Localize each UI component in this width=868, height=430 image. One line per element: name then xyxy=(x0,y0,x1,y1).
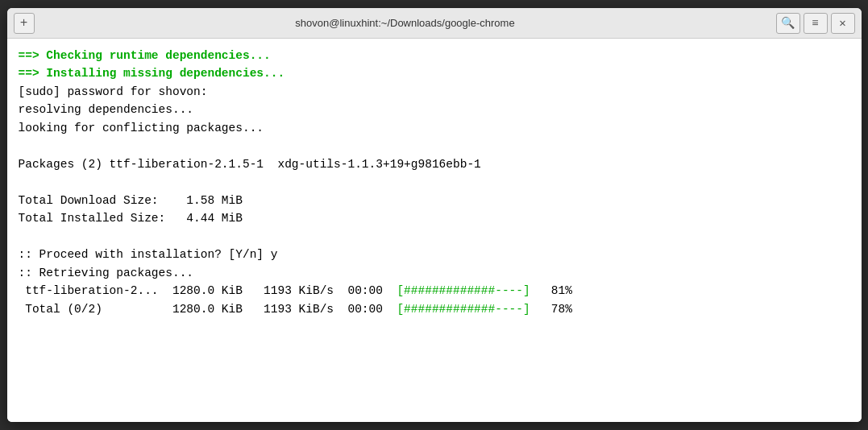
line-7: Total Download Size: 1.58 MiB xyxy=(19,192,850,209)
progress-bar-2: [#############----] xyxy=(397,303,530,316)
arrow-2: ==> xyxy=(19,67,47,80)
line-10: :: Retrieving packages... xyxy=(19,264,850,282)
line-5: looking for conflicting packages... xyxy=(19,119,850,137)
line-9: :: Proceed with installation? [Y/n] y xyxy=(19,246,850,263)
line-3: [sudo] password for shovon: xyxy=(19,83,850,101)
titlebar-right: 🔍 ≡ ✕ xyxy=(776,13,855,34)
empty-1 xyxy=(19,137,850,155)
line-11: ttf-liberation-2... 1280.0 KiB 1193 KiB/… xyxy=(19,282,850,300)
empty-2 xyxy=(19,173,850,191)
line-12: Total (0/2) 1280.0 KiB 1193 KiB/s 00:00 … xyxy=(19,300,850,318)
search-icon: 🔍 xyxy=(781,16,795,30)
line-2: ==> Installing missing dependencies... xyxy=(19,64,850,82)
arrow-1: ==> xyxy=(19,49,47,62)
line-1: ==> Checking runtime dependencies... xyxy=(19,47,850,64)
new-tab-icon: + xyxy=(20,16,28,31)
close-icon: ✕ xyxy=(839,16,845,30)
window-title: shovon@linuxhint:~/Downloads/google-chro… xyxy=(35,17,776,29)
menu-button[interactable]: ≡ xyxy=(804,13,828,34)
new-tab-button[interactable]: + xyxy=(14,13,35,34)
terminal-window: + shovon@linuxhint:~/Downloads/google-ch… xyxy=(7,8,862,422)
empty-3 xyxy=(19,228,850,246)
titlebar-left: + xyxy=(14,13,35,34)
terminal-body: ==> Checking runtime dependencies... ==>… xyxy=(7,39,862,422)
titlebar: + shovon@linuxhint:~/Downloads/google-ch… xyxy=(7,8,862,39)
search-button[interactable]: 🔍 xyxy=(776,13,800,34)
line-4: resolving dependencies... xyxy=(19,101,850,118)
line-8: Total Installed Size: 4.44 MiB xyxy=(19,209,850,227)
line-6: Packages (2) ttf-liberation-2.1.5-1 xdg-… xyxy=(19,155,850,173)
progress-bar-1: [#############----] xyxy=(397,284,530,297)
close-button[interactable]: ✕ xyxy=(831,13,855,34)
line-1-text: Checking runtime dependencies... xyxy=(46,49,270,62)
line-2-text: Installing missing dependencies... xyxy=(46,67,284,80)
menu-icon: ≡ xyxy=(812,17,818,30)
